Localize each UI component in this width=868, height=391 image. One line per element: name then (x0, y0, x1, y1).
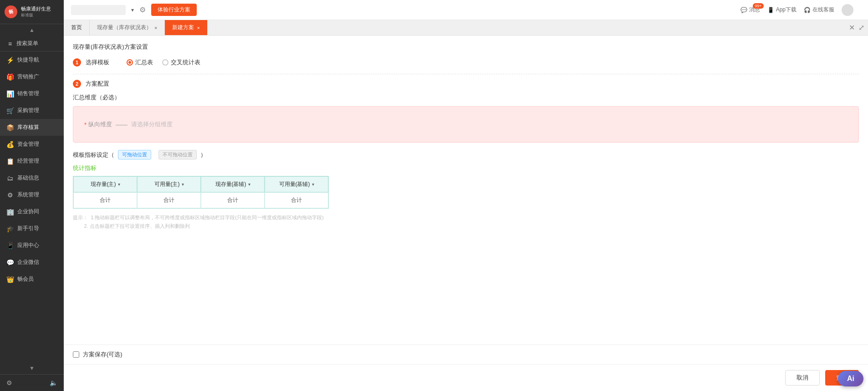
sidebar-item-newbie[interactable]: 🎓 新手引导 (0, 220, 64, 237)
step2-title: 方案配置 (86, 80, 109, 88)
app-download-label: App下载 (776, 6, 797, 14)
sidebar-item-search[interactable]: ≡ 搜索菜单 (0, 36, 64, 51)
sidebar-item-corp[interactable]: 🏢 企业协同 (0, 203, 64, 220)
app-version: 标准版 (21, 12, 51, 18)
radio-summary-label: 汇总表 (135, 58, 153, 67)
indicator-settings-label: 模板指标设定（ 可拖动位置 不可拖动位置 ） (73, 150, 859, 159)
radio-summary[interactable]: 汇总表 (127, 58, 153, 67)
sidebar-operation-label: 经营管理 (17, 157, 39, 165)
sidebar-item-system[interactable]: ⚙ 系统管理 (0, 186, 64, 203)
sidebar-quicknav-label: 快捷导航 (17, 56, 39, 64)
corp-icon: 🏢 (6, 208, 14, 216)
stats-col-3-header[interactable]: 现存量(基辅) ▾ (201, 176, 265, 192)
topbar: ▾ ⚙ 体验行业方案 💬 消息 99+ 📱 App下载 🎧 在线客服 (64, 0, 868, 20)
settings-icon[interactable]: ⚙ (6, 379, 12, 386)
tab-new-scheme-label: 新建方案 (172, 24, 194, 31)
topbar-dropdown-button[interactable]: ▾ (131, 7, 134, 13)
sidebar-item-member[interactable]: 👑 畅会员 (0, 271, 64, 288)
indicator-settings: 模板指标设定（ 可拖动位置 不可拖动位置 ） (73, 150, 859, 159)
dim-placeholder: 请选择分组维度 (131, 120, 173, 129)
sidebar-marketing-label: 营销推广 (17, 73, 39, 81)
stats-data-row: 合计 合计 合计 合计 (73, 192, 328, 208)
topbar-search-input[interactable] (71, 5, 126, 15)
sidebar-item-finance[interactable]: 💰 资金管理 (0, 136, 64, 153)
save-checkbox[interactable] (73, 351, 79, 358)
step1-title: 选择模板 (86, 58, 109, 67)
sales-icon: 📊 (6, 90, 14, 98)
tab-close-button[interactable]: ✕ (849, 23, 855, 32)
app-download-button[interactable]: 📱 App下载 (767, 6, 797, 14)
marketing-icon: 🎁 (6, 73, 14, 81)
dim-dash: —— (116, 121, 128, 128)
radio-cross-label: 交叉统计表 (171, 58, 200, 67)
tab-inventory-close-icon[interactable]: × (154, 25, 157, 31)
message-button[interactable]: 💬 消息 99+ (740, 6, 760, 14)
cancel-button[interactable]: 取消 (785, 370, 820, 386)
stats-col-3-dropdown-icon[interactable]: ▾ (248, 182, 250, 187)
sidebar-item-inventory[interactable]: 📦 库存核算 (0, 119, 64, 136)
sidebar-item-quicknav[interactable]: ⚡ 快捷导航 (0, 51, 64, 68)
stats-col-4-header[interactable]: 可用量(基辅) ▾ (265, 176, 328, 192)
stats-row1-col2: 合计 (137, 192, 201, 208)
sidebar-item-marketing[interactable]: 🎁 营销推广 (0, 68, 64, 85)
finance-icon: 💰 (6, 141, 14, 148)
tip2: 2. 点击标题栏下拉可设置排序、插入列和删除列 (73, 223, 859, 230)
message-icon: 💬 (740, 7, 747, 13)
sidebar-item-appstore[interactable]: 📱 应用中心 (0, 237, 64, 254)
tab-new-scheme-close-icon[interactable]: × (197, 25, 199, 31)
stats-col-2-dropdown-icon[interactable]: ▾ (182, 182, 184, 187)
tab-right-actions: ✕ ⤢ (849, 23, 868, 32)
tab-expand-button[interactable]: ⤢ (858, 23, 864, 32)
sidebar-item-operation[interactable]: 📋 经营管理 (0, 153, 64, 170)
ai-float-button[interactable]: Ai (838, 371, 863, 386)
divider1 (73, 74, 859, 74)
stats-row1-col1: 合计 (73, 192, 137, 208)
sidebar-inventory-label: 库存核算 (17, 123, 39, 131)
sidebar-item-basic[interactable]: 🗂 基础信息 (0, 170, 64, 186)
topbar-gear-icon[interactable]: ⚙ (139, 5, 146, 14)
trial-button[interactable]: 体验行业方案 (151, 4, 197, 16)
tip1: 提示： 1.拖动标题栏可以调整布局，不可跨维度或指标区域拖动栏目字段(只能在同一… (73, 214, 859, 221)
user-avatar (842, 4, 853, 16)
stats-col-1-dropdown-icon[interactable]: ▾ (118, 182, 120, 187)
stats-col-4-dropdown-icon[interactable]: ▾ (312, 182, 314, 187)
service-icon: 🎧 (804, 7, 811, 13)
sidebar-system-label: 系统管理 (17, 191, 39, 199)
wechat-icon: 💬 (6, 259, 14, 266)
dropdown-icon: ▾ (131, 7, 134, 13)
stats-col-1-header[interactable]: 现存量(主) ▾ (73, 176, 137, 192)
vertical-dim-box[interactable]: * 纵向维度 —— 请选择分组维度 (73, 106, 859, 143)
stats-header-row: 现存量(主) ▾ 可用量(主) ▾ 现存量(基辅) ▾ (73, 176, 328, 192)
service-button[interactable]: 🎧 在线客服 (804, 6, 834, 14)
tab-new-scheme[interactable]: 新建方案 × (165, 20, 207, 35)
app-name: 畅康通好生意 (21, 5, 51, 12)
audio-icon[interactable]: 🔈 (50, 379, 57, 386)
step1-number: 1 (73, 58, 81, 67)
sidebar-scroll-up[interactable]: ▲ (0, 24, 64, 36)
sidebar-scroll-down[interactable]: ▼ (0, 362, 64, 374)
indicator-close-text: ） (200, 151, 206, 159)
tab-inventory-status[interactable]: 现存量（库存状况表） × (90, 20, 165, 35)
stats-col-2-header[interactable]: 可用量(主) ▾ (137, 176, 201, 192)
tab-inventory-label: 现存量（库存状况表） (97, 24, 152, 31)
tabs-bar: 首页 现存量（库存状况表） × 新建方案 × ✕ ⤢ (64, 20, 868, 36)
non-draggable-badge: 不可拖动位置 (158, 150, 197, 159)
sidebar-nav: ≡ 搜索菜单 ⚡ 快捷导航 🎁 营销推广 📊 销售管理 🛒 采购管理 📦 库存核… (0, 36, 64, 362)
tab-home-label: 首页 (71, 24, 82, 31)
main-area: ▾ ⚙ 体验行业方案 💬 消息 99+ 📱 App下载 🎧 在线客服 首 (64, 0, 868, 391)
sidebar-item-sales[interactable]: 📊 销售管理 (0, 85, 64, 102)
sidebar-item-wechat[interactable]: 💬 企业微信 (0, 254, 64, 271)
service-label: 在线客服 (812, 6, 834, 14)
radio-cross[interactable]: 交叉统计表 (162, 58, 200, 67)
app-logo-icon: 畅 (5, 5, 17, 18)
tab-home[interactable]: 首页 (64, 20, 90, 35)
footer-actions: 取消 查询 (64, 364, 868, 391)
inventory-icon: 📦 (6, 124, 14, 131)
stats-row1-col4: 合计 (265, 192, 328, 208)
stats-title: 统计指标 (73, 164, 859, 172)
page-title: 现存量(库存状况表)方案设置 (73, 43, 859, 51)
sidebar-item-purchase[interactable]: 🛒 采购管理 (0, 102, 64, 119)
sidebar-finance-label: 资金管理 (17, 140, 39, 148)
step1-header: 1 选择模板 汇总表 交叉统计表 (73, 58, 859, 67)
stats-section: 统计指标 现存量(主) ▾ 可用量(主) ▾ (73, 164, 859, 209)
